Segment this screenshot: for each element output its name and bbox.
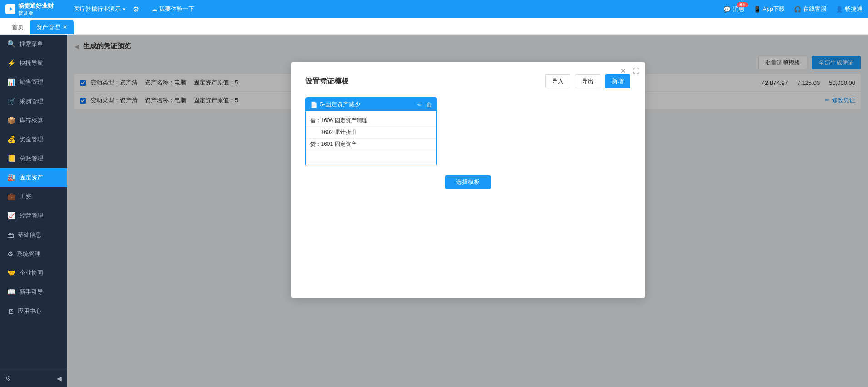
sidebar-item-search[interactable]: 🔍 搜索菜单 xyxy=(0,35,67,54)
tab-home-label: 首页 xyxy=(12,23,24,31)
experience-link[interactable]: ☁ 我要体验一下 xyxy=(151,5,194,13)
entry-1-debit xyxy=(374,117,401,124)
template-card-header: 📄 5-固定资产减少 ✏ 🗑 xyxy=(306,98,436,111)
sidebar-item-system[interactable]: ⚙ 系统管理 xyxy=(0,244,67,263)
sidebar-item-operations[interactable]: 📈 经营管理 xyxy=(0,206,67,225)
template-delete-icon[interactable]: 🗑 xyxy=(426,101,432,108)
app-center-icon: 🖥 xyxy=(7,308,14,315)
main-layout: 🔍 搜索菜单 ⚡ 快捷导航 📊 销售管理 🛒 采购管理 📦 库存核算 💰 xyxy=(0,35,868,387)
dialog-header: 设置凭证模板 导入 导出 新增 xyxy=(305,74,630,88)
template-code-name: 5-固定资产减少 xyxy=(320,100,361,109)
sidebar-item-collab[interactable]: 🤝 企业协同 xyxy=(0,263,67,283)
entry-3-credit xyxy=(401,140,428,148)
entry-2-label: 1602 累计折旧 xyxy=(310,129,374,136)
user-btn[interactable]: 👤 畅捷通 xyxy=(836,5,863,13)
user-avatar-icon: 👤 xyxy=(836,6,843,13)
sidebar-label-search: 搜索菜单 xyxy=(20,40,43,48)
guide-icon: 📖 xyxy=(7,288,16,296)
sidebar-label-fixed-assets: 固定资产 xyxy=(20,174,43,182)
company-selector[interactable]: 医疗器械行业演示 ▾ xyxy=(74,5,126,13)
cloud-icon: ☁ xyxy=(151,6,157,13)
select-template-area: 选择模板 xyxy=(305,175,630,189)
select-template-button[interactable]: 选择模板 xyxy=(445,175,491,189)
app-download-label: App下载 xyxy=(763,5,785,13)
dialog-close-button[interactable]: ✕ xyxy=(618,65,629,76)
sidebar-collapse-icon[interactable]: ◀ xyxy=(57,375,62,382)
export-button[interactable]: 导出 xyxy=(575,74,600,88)
sidebar-label-app-center: 应用中心 xyxy=(18,307,41,315)
tabbar: 首页 资产管理 ✕ xyxy=(0,18,868,35)
dialog-actions: 导入 导出 新增 xyxy=(545,74,630,88)
template-card-body: 借：1606 固定资产清理 1602 累计折旧 贷：1601 固定资产 xyxy=(306,111,436,166)
tab-asset-label: 资产管理 xyxy=(36,23,60,31)
operations-icon: 📈 xyxy=(7,212,16,220)
system-icon: ⚙ xyxy=(7,250,13,258)
tab-home[interactable]: 首页 xyxy=(5,20,30,34)
finance-icon: 💰 xyxy=(7,135,16,144)
entry-3-label: 贷：1601 固定资产 xyxy=(310,140,374,148)
sidebar-item-sales[interactable]: 📊 销售管理 xyxy=(0,73,67,92)
template-header-right: ✏ 🗑 xyxy=(417,101,432,108)
ledger-icon: 📒 xyxy=(7,154,16,163)
basic-info-icon: 🗃 xyxy=(7,231,14,239)
sidebar-item-ledger[interactable]: 📒 总账管理 xyxy=(0,149,67,168)
username: 畅捷通 xyxy=(845,5,863,13)
sales-icon: 📊 xyxy=(7,78,16,86)
sidebar-item-purchase[interactable]: 🛒 采购管理 xyxy=(0,92,67,111)
salary-icon: 💼 xyxy=(7,193,16,201)
app-logo: ✦ 畅捷通好业财 普及版 xyxy=(5,2,64,17)
sidebar-label-inventory: 库存核算 xyxy=(20,116,43,124)
footer-settings-icon[interactable]: ⚙ xyxy=(5,375,11,382)
purchase-icon: 🛒 xyxy=(7,97,16,105)
settings-icon[interactable]: ⚙ xyxy=(129,3,142,15)
import-button[interactable]: 导入 xyxy=(545,74,570,88)
message-icon: 💬 xyxy=(724,6,731,13)
messages-btn[interactable]: 💬 消息 99+ xyxy=(724,5,744,13)
sidebar-item-fixed-assets[interactable]: 🏭 固定资产 xyxy=(0,168,67,187)
dialog-maximize-button[interactable]: ⛶ xyxy=(630,65,641,76)
quicknav-icon: ⚡ xyxy=(7,59,16,67)
template-card: 📄 5-固定资产减少 ✏ 🗑 借：1606 固定资产清理 xyxy=(305,97,437,166)
sidebar-label-sales: 销售管理 xyxy=(20,78,43,86)
template-header-left: 📄 5-固定资产减少 xyxy=(310,100,361,109)
dialog-title: 设置凭证模板 xyxy=(305,77,349,86)
sidebar-label-basic-info: 基础信息 xyxy=(18,231,41,239)
sidebar-label-purchase: 采购管理 xyxy=(20,97,43,105)
template-doc-icon: 📄 xyxy=(310,101,317,108)
app-download-btn[interactable]: 📱 App下载 xyxy=(754,5,785,13)
logo-icon: ✦ xyxy=(5,4,15,14)
sidebar-label-ledger: 总账管理 xyxy=(20,154,43,163)
fixed-assets-icon: 🏭 xyxy=(7,174,16,182)
sidebar-label-finance: 资金管理 xyxy=(20,135,43,144)
sidebar-label-system: 系统管理 xyxy=(17,250,40,258)
customer-service-btn[interactable]: 🎧 在线客服 xyxy=(794,5,827,13)
sidebar: 🔍 搜索菜单 ⚡ 快捷导航 📊 销售管理 🛒 采购管理 📦 库存核算 💰 xyxy=(0,35,67,387)
tab-asset-management[interactable]: 资产管理 ✕ xyxy=(30,20,74,34)
sidebar-item-app-center[interactable]: 🖥 应用中心 xyxy=(0,302,67,321)
customer-service-label: 在线客服 xyxy=(803,5,827,13)
sidebar-item-quicknav[interactable]: ⚡ 快捷导航 xyxy=(0,54,67,73)
sidebar-label-guide: 新手引导 xyxy=(20,288,43,296)
company-dropdown-icon: ▾ xyxy=(123,6,126,13)
message-badge: 99+ xyxy=(737,2,748,7)
new-template-button[interactable]: 新增 xyxy=(605,74,630,88)
sidebar-item-inventory[interactable]: 📦 库存核算 xyxy=(0,111,67,130)
template-entry-3: 贷：1601 固定资产 xyxy=(306,139,436,150)
template-entry-2: 1602 累计折旧 xyxy=(306,127,436,139)
sidebar-item-guide[interactable]: 📖 新手引导 xyxy=(0,283,67,302)
inventory-icon: 📦 xyxy=(7,116,16,124)
entry-2-debit xyxy=(374,129,401,136)
template-entry-1: 借：1606 固定资产清理 xyxy=(306,115,436,127)
company-name: 医疗器械行业演示 xyxy=(74,5,121,13)
sidebar-item-salary[interactable]: 💼 工资 xyxy=(0,187,67,206)
template-edit-icon[interactable]: ✏ xyxy=(417,101,422,108)
app-download-icon: 📱 xyxy=(754,6,761,13)
sidebar-label-collab: 企业协同 xyxy=(20,269,43,277)
sidebar-item-basic-info[interactable]: 🗃 基础信息 xyxy=(0,225,67,244)
sidebar-label-salary: 工资 xyxy=(20,193,31,201)
sidebar-item-finance[interactable]: 💰 资金管理 xyxy=(0,130,67,149)
app-name: 畅捷通好业财 xyxy=(18,2,54,10)
window-controls: ✕ ⛶ xyxy=(618,65,641,76)
content-area: ◀ 生成的凭证预览 批量调整模板 全部生成凭证 变动类型：资产清 资产名称：电脑… xyxy=(67,35,868,387)
tab-close-icon[interactable]: ✕ xyxy=(63,24,67,30)
